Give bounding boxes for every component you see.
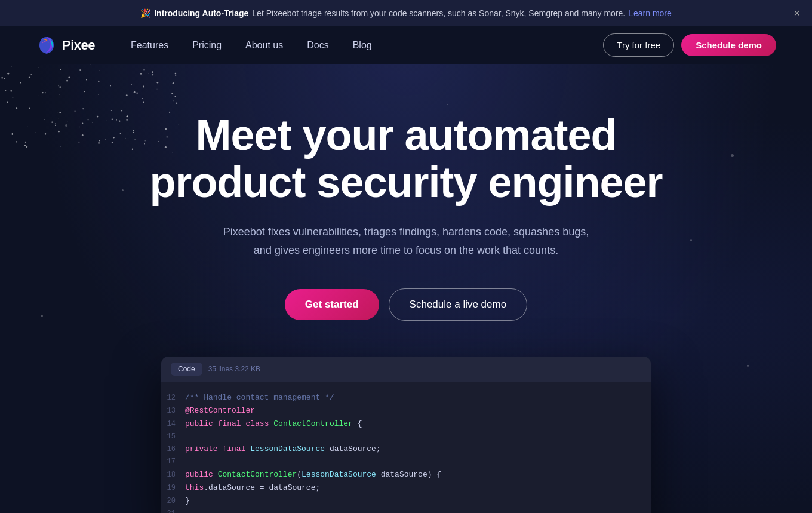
hero-subtitle: Pixeebot fixes vulnerabilities, triages … [215, 223, 597, 259]
code-line: 14public final class ContactController { [161, 417, 651, 431]
logo-wordmark: Pixee [62, 38, 95, 53]
hero-title: Meet your automated product security eng… [12, 112, 800, 206]
announcement-title: Introducing Auto-Triage [154, 8, 248, 18]
try-free-button[interactable]: Try for free [603, 33, 674, 57]
nav-features[interactable]: Features [131, 40, 168, 51]
hero-section: Meet your automated product security eng… [0, 64, 812, 513]
code-meta: 35 lines 3.22 KB [208, 365, 260, 373]
navbar: Pixee Features Pricing About us Docs Blo… [0, 26, 812, 64]
line-content: public final class ContactController { [185, 417, 639, 431]
line-number: 21 [161, 508, 185, 513]
code-line: 20 } [161, 494, 651, 508]
logo-icon [36, 35, 57, 56]
code-line: 12/** Handle contact management */ [161, 391, 651, 404]
line-number: 14 [161, 418, 185, 430]
code-preview: Code 35 lines 3.22 KB 12/** Handle conta… [161, 357, 651, 513]
hero-title-line2: product security engineer [12, 159, 800, 206]
announcement-description: Let Pixeebot triage results from your co… [252, 8, 625, 18]
logo-link[interactable]: Pixee [36, 35, 95, 56]
line-content: public ContactController(LessonDataSourc… [185, 468, 639, 481]
schedule-demo-button[interactable]: Schedule demo [681, 34, 776, 56]
line-number: 20 [161, 495, 185, 507]
nav-actions: Try for free Schedule demo [603, 33, 776, 57]
line-number: 18 [161, 469, 185, 481]
code-line: 16 private final LessonDataSource dataSo… [161, 443, 651, 456]
announcement-emoji: 🎉 [140, 8, 150, 18]
line-content: this.dataSource = dataSource; [185, 481, 639, 494]
nav-pricing[interactable]: Pricing [192, 40, 222, 51]
nav-about[interactable]: About us [245, 40, 283, 51]
code-line: 13@RestController [161, 404, 651, 417]
code-line: 21 [161, 508, 651, 513]
hero-buttons: Get started Schedule a live demo [12, 288, 800, 321]
get-started-button[interactable]: Get started [285, 289, 379, 320]
close-announcement-button[interactable]: × [791, 5, 802, 21]
line-number: 12 [161, 392, 185, 404]
line-number: 13 [161, 405, 185, 417]
line-content: private final LessonDataSource dataSourc… [185, 443, 639, 456]
code-header: Code 35 lines 3.22 KB [161, 357, 651, 382]
decor-dot [447, 104, 448, 105]
announcement-bar: 🎉 Introducing Auto-Triage Let Pixeebot t… [0, 0, 812, 26]
learn-more-link[interactable]: Learn more [629, 8, 672, 18]
nav-blog[interactable]: Blog [353, 40, 372, 51]
line-content: } [185, 494, 639, 508]
code-line: 15 [161, 431, 651, 443]
announcement-text: 🎉 Introducing Auto-Triage Let Pixeebot t… [140, 8, 672, 18]
code-line: 19 this.dataSource = dataSource; [161, 481, 651, 494]
line-number: 15 [161, 431, 185, 443]
nav-links: Features Pricing About us Docs Blog [131, 40, 603, 51]
line-number: 17 [161, 456, 185, 468]
code-line: 17 [161, 456, 651, 468]
code-body: 12/** Handle contact management */13@Res… [161, 382, 651, 513]
schedule-live-demo-button[interactable]: Schedule a live demo [389, 288, 528, 321]
line-number: 19 [161, 482, 185, 494]
code-tab: Code [171, 363, 202, 376]
hero-title-line1: Meet your automated [195, 111, 616, 159]
nav-docs[interactable]: Docs [307, 40, 328, 51]
line-number: 16 [161, 443, 185, 455]
line-content: /** Handle contact management */ [185, 391, 639, 404]
line-content: @RestController [185, 404, 639, 417]
hero-content: Meet your automated product security eng… [12, 112, 800, 513]
code-line: 18 public ContactController(LessonDataSo… [161, 468, 651, 481]
